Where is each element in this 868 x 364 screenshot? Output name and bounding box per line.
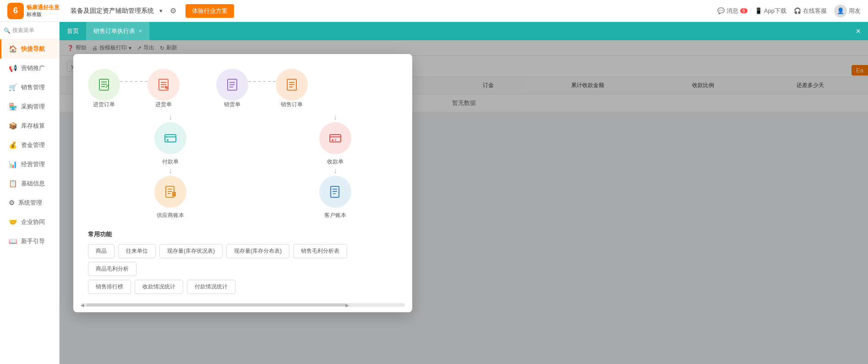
search-icon: 🔍 <box>4 27 11 34</box>
flow-row-1: 进货订单 <box>88 69 398 109</box>
sidebar-item-system[interactable]: ⚙ 系统管理 <box>0 193 59 212</box>
func-btn-sales-gross[interactable]: 销售毛利分析表 <box>293 244 347 258</box>
settings-icon[interactable]: ⚙ <box>170 6 176 15</box>
sales-order-circle <box>276 69 308 101</box>
modal-overlay[interactable]: 进货订单 <box>60 40 868 364</box>
receipt-slip-circle[interactable]: ¥ <box>319 122 351 154</box>
payment-slip-label: 付款单 <box>162 158 179 166</box>
tab-bar-close-icon[interactable]: × <box>856 27 861 36</box>
search-inner[interactable]: 🔍 搜索菜单 <box>4 27 55 34</box>
func-btn-product[interactable]: 商品 <box>88 244 115 258</box>
receipt-slip-label: 收款单 <box>327 158 344 166</box>
app-download-item[interactable]: 📱 App下载 <box>755 7 786 15</box>
func-buttons-row-1: 商品 往来单位 现存量(库存状况表) 现存量(库存分布表) 销售毛利分析表 商品… <box>88 244 398 276</box>
flow-row-3: ↓ <box>143 166 398 219</box>
func-btn-payment-stats[interactable]: 付款情况统计 <box>187 280 235 294</box>
home-icon: 🏠 <box>9 45 17 53</box>
sidebar-item-sales[interactable]: 🛒 销售管理 <box>0 78 59 97</box>
func-btn-inventory-status[interactable]: 现存量(库存状况表) <box>159 244 223 258</box>
sidebar-item-operations[interactable]: 📊 经营管理 <box>0 155 59 174</box>
top-bar-right: 💬 消息 6 📱 App下载 🎧 在线客服 👤 用友 <box>717 5 861 17</box>
svg-rect-28 <box>172 192 176 196</box>
payment-slip-circle[interactable] <box>154 122 186 154</box>
purchase-order-circle <box>88 69 120 101</box>
online-service-item[interactable]: 🎧 在线客服 <box>794 7 827 15</box>
purchase-order-label: 进货订单 <box>93 101 115 109</box>
common-func-title: 常用功能 <box>88 230 398 239</box>
purchase-icon: 🏪 <box>9 103 17 111</box>
down-arrow-4: ↓ <box>333 167 337 175</box>
main-area: 🔍 搜索菜单 🏠 快捷导航 📢 营销推广 🛒 销售管理 🏪 采购管理 <box>0 22 868 364</box>
finance-icon: 💰 <box>9 141 17 149</box>
headset-icon: 🎧 <box>794 7 801 14</box>
system-name: 装备及固定资产辅助管理系统 <box>71 7 154 15</box>
common-func-section: 常用功能 商品 往来单位 现存量(库存状况表) 现存量(库存分布表) 销售毛利分… <box>88 230 398 294</box>
avatar: 👤 <box>834 5 847 17</box>
system-dropdown-icon[interactable]: ▾ <box>159 7 163 14</box>
svg-point-19 <box>167 139 169 141</box>
supplier-ledger-circle[interactable] <box>154 176 186 208</box>
svg-point-8 <box>165 86 168 89</box>
sidebar-item-purchase[interactable]: 🏪 采购管理 <box>0 97 59 116</box>
sales-icon: 🛒 <box>9 83 17 92</box>
sidebar-item-inventory[interactable]: 📦 库存核算 <box>0 116 59 136</box>
svg-point-22 <box>332 139 333 141</box>
func-btn-inventory-dist[interactable]: 现存量(库存分布表) <box>226 244 289 258</box>
supplier-ledger-label: 供应商账本 <box>157 212 184 219</box>
marketing-icon: 📢 <box>9 64 17 72</box>
sidebar-item-collab[interactable]: 🤝 企业协同 <box>0 212 59 232</box>
message-icon: 💬 <box>717 7 725 14</box>
sidebar-item-marketing[interactable]: 📢 营销推广 <box>0 59 59 78</box>
logo-icon: 6 <box>7 3 24 19</box>
arrow-h-1 <box>120 81 147 82</box>
content-area: 首页 销售订单执行表 × × ❓ 帮助 🖨 按模板打印 <box>60 22 868 364</box>
top-bar: 6 畅康通好生意 标准版 装备及固定资产辅助管理系统 ▾ ⚙ 体验行业方案 💬 … <box>0 0 868 22</box>
svg-text:¥: ¥ <box>334 138 337 142</box>
trial-button[interactable]: 体验行业方案 <box>186 4 234 18</box>
base-info-icon: 📋 <box>9 179 17 188</box>
func-btn-sales-rank[interactable]: 销售排行榜 <box>88 280 131 294</box>
top-bar-left: 装备及固定资产辅助管理系统 ▾ ⚙ 体验行业方案 <box>67 4 234 18</box>
sidebar-item-quick-nav[interactable]: 🏠 快捷导航 <box>0 39 59 59</box>
tab-home[interactable]: 首页 <box>60 22 86 40</box>
svg-rect-17 <box>165 135 176 142</box>
down-arrow-3: ↓ <box>169 167 172 175</box>
customer-ledger-label: 客户账本 <box>324 212 346 219</box>
down-arrow-1: ↓ <box>169 113 172 121</box>
scroll-left-icon[interactable]: ◀ <box>81 303 84 308</box>
flow-row-2-arrows: ↓ 付款单 <box>143 112 398 166</box>
phone-icon: 📱 <box>755 7 762 14</box>
tab-bar: 首页 销售订单执行表 × × <box>60 22 868 40</box>
func-btn-receipt-stats[interactable]: 收款情况统计 <box>135 280 183 294</box>
flow-section: 进货订单 <box>88 69 398 219</box>
modal: 进货订单 <box>73 54 412 312</box>
message-item[interactable]: 💬 消息 6 <box>717 7 748 15</box>
logo-text: 畅康通好生意 标准版 <box>27 4 60 18</box>
flow-node-sales-order[interactable]: 销售订单 <box>276 69 308 109</box>
sales-slip-circle <box>216 69 248 101</box>
modal-scrollbar[interactable]: ◀ ▶ <box>81 303 405 307</box>
arrow-h-2 <box>248 81 276 82</box>
flow-node-purchase-order[interactable]: 进货订单 <box>88 69 120 109</box>
sidebar-item-finance[interactable]: 💰 资金管理 <box>0 136 59 155</box>
user-item[interactable]: 👤 用友 <box>834 5 861 17</box>
sidebar-item-base-info[interactable]: 📋 基础信息 <box>0 174 59 193</box>
func-buttons-row-2: 销售排行榜 收款情况统计 付款情况统计 <box>88 280 398 294</box>
sidebar: 🔍 搜索菜单 🏠 快捷导航 📢 营销推广 🛒 销售管理 🏪 采购管理 <box>0 22 60 364</box>
func-btn-partner[interactable]: 往来单位 <box>118 244 156 258</box>
func-btn-product-gross[interactable]: 商品毛利分析 <box>88 262 136 276</box>
operations-icon: 📊 <box>9 160 17 168</box>
scrollbar-thumb[interactable] <box>86 304 345 306</box>
sidebar-search[interactable]: 🔍 搜索菜单 <box>0 22 59 39</box>
logo-area: 6 畅康通好生意 标准版 <box>7 3 67 19</box>
tab-close-icon[interactable]: × <box>139 28 142 34</box>
flow-node-sales-slip[interactable]: 销货单 <box>216 69 248 109</box>
scroll-right-icon[interactable]: ▶ <box>345 303 349 308</box>
guide-icon: 📖 <box>9 237 17 245</box>
sidebar-item-guide[interactable]: 📖 新手引导 <box>0 232 59 251</box>
tab-sales-order[interactable]: 销售订单执行表 × <box>86 22 149 40</box>
down-arrow-2: ↓ <box>333 113 337 121</box>
customer-ledger-circle[interactable] <box>319 176 351 208</box>
purchase-slip-label: 进货单 <box>155 101 172 109</box>
flow-node-purchase-slip[interactable]: 进货单 <box>147 69 180 109</box>
